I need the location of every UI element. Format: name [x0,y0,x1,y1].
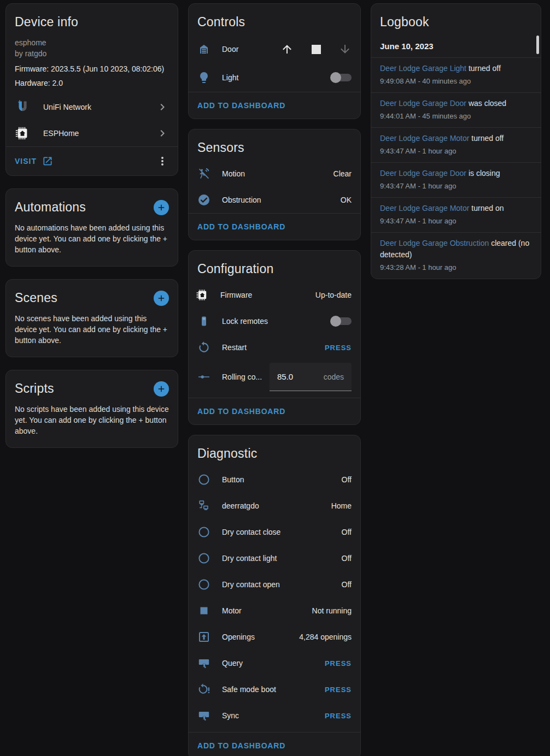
logbook-entity-link[interactable]: Deer Lodge Garage Motor [380,134,469,143]
row-value: Home [331,501,352,510]
logbook-event-text: turned off [471,134,504,143]
door-label: Door [222,45,280,54]
safe-mode-boot-row[interactable]: Safe mode boot PRESS [189,676,360,702]
sync-row[interactable]: Sync PRESS [189,702,360,729]
chevron-right-icon [156,127,169,140]
lan-icon [197,499,210,512]
light-toggle[interactable] [331,74,352,81]
row-label: deerratgdo [222,501,331,510]
restart-row[interactable]: Restart PRESS [189,334,360,361]
restart-press-button[interactable]: PRESS [325,344,352,352]
add-automation-button[interactable] [154,200,169,215]
motion-row[interactable]: Motion Clear [189,161,360,187]
motor-row[interactable]: Motor Not running [189,598,360,624]
integration-row-unifi[interactable]: UniFi Network [6,94,178,120]
sensors-card: Sensors Motion Clear Obstruction [188,129,361,240]
automations-title: Automations [6,189,86,220]
row-value: Off [342,554,352,563]
open-in-new-icon [42,156,53,167]
lock-remotes-toggle[interactable] [331,317,352,325]
diagnostic-title: Diagnostic [189,435,360,466]
left-column: Device info esphome by ratgdo Firmware: … [5,3,178,448]
cover-stop-button[interactable] [309,43,323,56]
logbook-time: 9:43:47 AM - 1 hour ago [380,179,532,192]
square-icon [197,604,210,617]
sync-press-button[interactable]: PRESS [325,712,352,720]
overflow-menu-button[interactable] [156,155,169,168]
row-label: Dry contact open [222,580,342,589]
add-script-button[interactable] [154,381,169,397]
dry-contact-light-row[interactable]: Dry contact light Off [189,545,360,571]
dots-vertical-icon [156,155,169,168]
diagnostic-add-to-dashboard-button[interactable]: ADD TO DASHBOARD [189,733,360,756]
toggle-thumb [330,316,341,327]
logbook-entity-link[interactable]: Deer Lodge Garage Light [380,64,466,73]
scenes-card: Scenes No scenes have been added using t… [5,279,178,357]
visit-button[interactable]: VISIT [15,156,53,167]
integration-row-esphome[interactable]: ESPHome [6,120,178,146]
automations-card: Automations No automations have been add… [5,188,178,267]
firmware-value: Up-to-date [315,291,352,299]
rolling-codes-value: 85.0 [277,372,293,381]
door-row[interactable]: Door [189,35,360,63]
restart-alert-icon [197,683,210,696]
arrow-up-icon [280,43,294,56]
circle-outline-icon [197,525,210,539]
logbook-entry: Deer Lodge Garage Motor turned on 9:43:4… [371,198,541,232]
logbook-scrollbar[interactable] [536,36,539,54]
controls-add-to-dashboard-button[interactable]: ADD TO DASHBOARD [189,92,360,119]
sensors-add-to-dashboard-button[interactable]: ADD TO DASHBOARD [189,214,360,240]
dry-contact-close-row[interactable]: Dry contact close Off [189,519,360,545]
configuration-add-to-dashboard-button[interactable]: ADD TO DASHBOARD [189,398,360,424]
rolling-codes-row[interactable]: Rolling co... 85.0 codes [189,361,360,393]
logbook-event-text: was closed [469,99,506,108]
motion-sensor-off-icon [197,167,210,180]
logbook-entity-link[interactable]: Deer Lodge Garage Motor [380,204,469,212]
obstruction-row[interactable]: Obstruction OK [189,187,360,213]
logbook-entity-link[interactable]: Deer Lodge Garage Door [380,99,466,108]
circle-outline-icon [197,473,210,486]
dry-contact-open-row[interactable]: Dry contact open Off [189,571,360,598]
openings-row[interactable]: Openings 4,284 openings [189,624,360,650]
logbook-date-header: June 10, 2023 [371,35,541,57]
query-row[interactable]: Query PRESS [189,650,360,676]
device-info-card: Device info esphome by ratgdo Firmware: … [5,3,178,176]
remote-icon [197,315,210,328]
safe-mode-boot-press-button[interactable]: PRESS [325,686,352,694]
logbook-entity-link[interactable]: Deer Lodge Garage Door [380,169,466,178]
cover-open-button[interactable] [280,43,294,56]
add-scene-button[interactable] [154,291,169,306]
logbook-card: Logbook June 10, 2023 Deer Lodge Garage … [371,3,541,279]
lock-remotes-row[interactable]: Lock remotes [189,308,360,334]
stop-icon [312,45,321,54]
automations-header: Automations [6,189,178,220]
rolling-codes-unit: codes [324,373,344,381]
light-row[interactable]: Light [189,63,360,92]
rolling-codes-input[interactable]: 85.0 codes [270,363,352,391]
logbook-time: 9:43:47 AM - 1 hour ago [380,144,532,157]
query-press-button[interactable]: PRESS [325,659,352,668]
integration-label: ESPHome [43,129,156,138]
cover-close-button[interactable] [338,43,352,56]
row-label: Openings [222,633,299,641]
configuration-card: Configuration Firmware Up-to-date [188,250,361,425]
configuration-title: Configuration [189,251,360,282]
plus-icon [156,203,166,212]
circle-outline-icon [197,552,210,565]
device-info-title: Device info [6,4,178,35]
logbook-entry: Deer Lodge Garage Door is closing 9:43:4… [371,163,541,197]
circle-outline-icon [197,578,210,591]
row-label: Dry contact close [222,528,342,536]
motion-label: Motion [222,169,333,178]
light-label: Light [222,73,331,82]
restart-label: Restart [222,343,325,352]
check-circle-icon [197,193,210,206]
firmware-row[interactable]: Firmware Up-to-date [189,282,360,308]
tap-button-icon [197,657,210,670]
logbook-entity-link[interactable]: Deer Lodge Garage Obstruction [380,239,489,247]
deerratgdo-row[interactable]: deerratgdo Home [189,493,360,519]
row-label: Safe mode boot [222,685,325,694]
button-row[interactable]: Button Off [189,466,360,493]
ray-vertex-icon [197,370,210,383]
scripts-header: Scripts [6,370,178,401]
